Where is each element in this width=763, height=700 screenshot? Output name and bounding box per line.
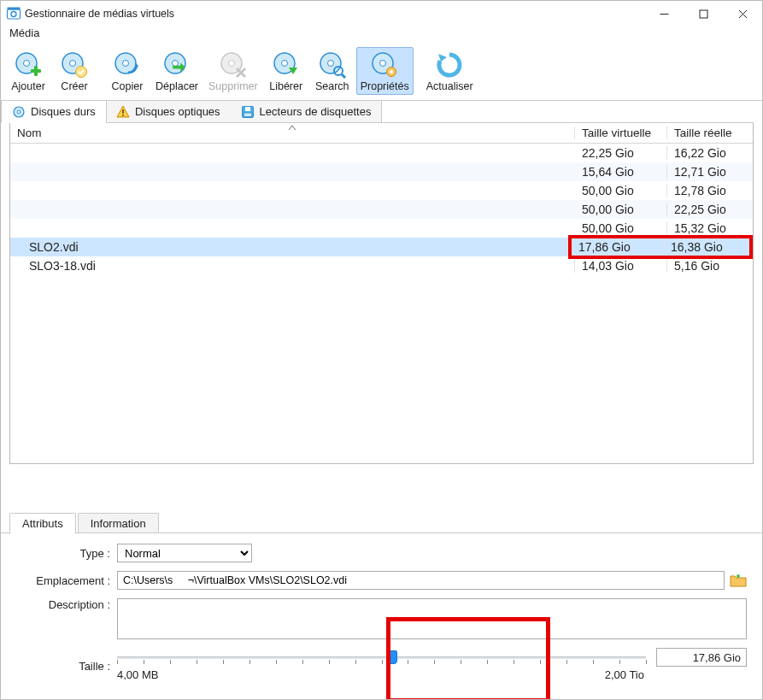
cell-real-size: 5,16 Gio xyxy=(667,259,753,273)
menu-media[interactable]: Média xyxy=(9,26,39,39)
svg-point-17 xyxy=(173,61,179,67)
svg-point-12 xyxy=(70,61,76,67)
menubar: Média xyxy=(1,26,762,44)
properties-tabs: Attributs Information xyxy=(1,513,762,533)
svg-rect-4 xyxy=(700,10,707,18)
slider-max-label: 2,00 Tio xyxy=(605,668,644,681)
browse-folder-icon[interactable] xyxy=(730,572,747,589)
maximize-button[interactable] xyxy=(684,1,723,26)
cell-real-size: 12,71 Gio xyxy=(667,165,753,179)
svg-rect-37 xyxy=(245,107,250,111)
th-virtual-size[interactable]: Taille virtuelle xyxy=(575,126,667,139)
properties-button[interactable]: Propriétés xyxy=(356,47,414,95)
size-value-input[interactable]: 17,86 Gio xyxy=(656,648,747,667)
table-row[interactable]: 50,00 Gio12,78 Gio xyxy=(10,181,753,200)
size-value-text: 17,86 Gio xyxy=(693,651,741,664)
svg-point-31 xyxy=(390,70,393,74)
svg-rect-10 xyxy=(34,66,38,76)
add-button[interactable]: Ajouter xyxy=(6,47,50,95)
media-table: Nom Taille virtuelle Taille réelle 22,25… xyxy=(9,122,754,464)
disk-create-icon xyxy=(59,50,90,80)
properties-body: Type : Normal Emplacement : Description … xyxy=(1,533,762,699)
svg-point-35 xyxy=(122,115,124,116)
disk-search-icon xyxy=(317,50,348,80)
th-name[interactable]: Nom xyxy=(10,126,575,139)
move-button[interactable]: Déplacer xyxy=(151,47,202,95)
svg-point-15 xyxy=(123,61,129,67)
svg-point-19 xyxy=(228,61,234,67)
size-label: Taille : xyxy=(16,660,117,673)
release-button[interactable]: Libérer xyxy=(264,47,308,95)
toolbar: Ajouter Créer Copier Déplacer Supprimer … xyxy=(1,44,762,100)
svg-rect-2 xyxy=(8,8,21,10)
description-label: Description : xyxy=(16,598,117,611)
search-button[interactable]: Search xyxy=(310,47,355,95)
type-select[interactable]: Normal xyxy=(117,544,252,562)
cell-virtual-size: 17,86 Gio xyxy=(572,240,664,254)
slider-min-label: 4,00 MB xyxy=(117,668,158,681)
toolbar-refresh-label: Actualiser xyxy=(426,80,473,92)
app-icon xyxy=(6,6,21,21)
toolbar-create-label: Créer xyxy=(61,80,87,92)
delete-button[interactable]: Supprimer xyxy=(204,47,262,95)
toolbar-move-label: Déplacer xyxy=(156,80,198,92)
cell-real-size: 16,22 Gio xyxy=(667,146,753,160)
cell-real-size: 22,25 Gio xyxy=(667,203,753,216)
tab-information[interactable]: Information xyxy=(78,513,159,533)
slider-thumb[interactable] xyxy=(387,650,397,664)
window-title: Gestionnaire de médias virtuels xyxy=(21,8,644,20)
floppy-icon xyxy=(241,105,255,119)
tab-attributes[interactable]: Attributs xyxy=(9,513,76,534)
cell-virtual-size: 14,03 Gio xyxy=(575,259,667,273)
svg-point-8 xyxy=(24,61,30,67)
cell-real-size: 12,78 Gio xyxy=(667,184,753,197)
window-controls xyxy=(644,1,762,26)
toolbar-delete-label: Supprimer xyxy=(208,80,258,92)
copy-button[interactable]: Copier xyxy=(105,47,150,95)
type-label: Type : xyxy=(16,547,117,560)
location-input[interactable] xyxy=(117,571,725,590)
disk-move-icon xyxy=(161,50,192,80)
toolbar-properties-label: Propriétés xyxy=(361,80,409,92)
cell-virtual-size: 50,00 Gio xyxy=(575,184,667,197)
svg-point-33 xyxy=(17,110,21,114)
cell-name: SLO3-18.vdi xyxy=(10,259,575,273)
svg-point-25 xyxy=(327,61,333,67)
table-row[interactable]: 15,64 Gio12,71 Gio xyxy=(10,162,753,181)
refresh-button[interactable]: Actualiser xyxy=(422,47,478,95)
disk-copy-icon xyxy=(112,50,143,80)
create-button[interactable]: Créer xyxy=(52,47,97,95)
cell-virtual-size: 15,64 Gio xyxy=(575,165,667,179)
warning-icon xyxy=(116,105,130,119)
table-row[interactable]: 22,25 Gio16,22 Gio xyxy=(10,144,753,162)
size-slider[interactable] xyxy=(117,649,646,666)
cell-real-size: 16,38 Gio xyxy=(664,240,749,254)
cell-real-size: 15,32 Gio xyxy=(667,221,753,235)
close-button[interactable] xyxy=(723,1,762,26)
sort-indicator-icon xyxy=(10,126,574,130)
table-body: 22,25 Gio16,22 Gio15,64 Gio12,71 Gio50,0… xyxy=(10,144,753,463)
toolbar-copy-label: Copier xyxy=(112,80,144,92)
cell-name: SLO2.vdi xyxy=(10,240,568,254)
cell-virtual-size: 50,00 Gio xyxy=(575,203,667,216)
slider-ticks xyxy=(117,660,646,665)
toolbar-search-label: Search xyxy=(315,80,349,92)
description-input[interactable] xyxy=(117,598,747,639)
table-row[interactable]: SLO2.vdi17,86 Gio16,38 Gio xyxy=(10,238,753,256)
svg-line-27 xyxy=(342,74,345,78)
svg-point-23 xyxy=(281,61,287,67)
th-real-size[interactable]: Taille réelle xyxy=(667,126,753,139)
svg-rect-0 xyxy=(8,9,21,19)
disk-properties-icon xyxy=(369,50,400,80)
table-row[interactable]: 50,00 Gio22,25 Gio xyxy=(10,200,753,219)
toolbar-release-label: Libérer xyxy=(269,80,302,92)
hdd-icon xyxy=(12,105,26,119)
disk-add-icon xyxy=(13,50,44,80)
tab-floppy-drives[interactable]: Lecteurs de disquettes xyxy=(231,101,383,123)
tab-hard-disks[interactable]: Disques durs xyxy=(1,101,107,123)
minimize-button[interactable] xyxy=(644,1,684,26)
location-label: Emplacement : xyxy=(16,574,117,587)
tab-optical-disks[interactable]: Disques optiques xyxy=(106,101,232,123)
svg-rect-38 xyxy=(244,113,251,117)
table-row[interactable]: SLO3-18.vdi14,03 Gio5,16 Gio xyxy=(10,256,753,275)
